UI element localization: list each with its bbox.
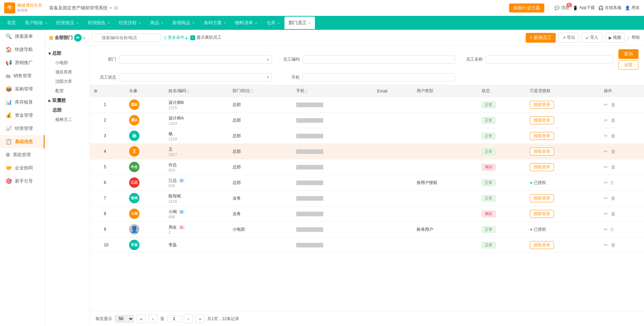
dept-item-project-room[interactable]: 项目库房 <box>45 68 90 77</box>
edit-btn[interactable]: ✏ <box>604 227 608 232</box>
tab-material[interactable]: 物料清单× <box>231 17 261 29</box>
delete-btn[interactable]: 🗑 <box>611 117 616 123</box>
help-label[interactable]: 帮助 <box>632 35 640 41</box>
edit-btn[interactable]: ✏ <box>604 180 608 185</box>
delete-btn[interactable]: 🗑 <box>611 149 616 154</box>
delete-btn[interactable]: 🗑 <box>611 164 616 170</box>
app-download-btn[interactable]: 📱 App下载 <box>573 5 595 11</box>
delete-btn[interactable]: 🗑 <box>611 242 616 248</box>
chevron-down-icon[interactable]: ▾ <box>110 6 112 10</box>
emp-status-select[interactable]: ▾ <box>119 73 272 81</box>
search-input[interactable] <box>92 34 161 42</box>
delete-btn[interactable]: 🗑 <box>611 133 616 139</box>
sidebar-item-quick-nav[interactable]: 🏠 快捷导航 <box>0 43 45 56</box>
import-btn[interactable]: ↙ 导入 <box>582 33 602 43</box>
tab-business-status[interactable]: 经营情况× <box>52 17 82 29</box>
more-filter-btn[interactable]: ▽ 更多条件 ▴ <box>164 35 188 41</box>
tab-close-customer[interactable]: × <box>45 21 47 25</box>
auth-login-btn[interactable]: 授权登录 <box>530 101 554 109</box>
tab-customer[interactable]: 客户联络× <box>21 17 51 29</box>
auth-login-btn[interactable]: 授权登录 <box>530 241 554 249</box>
edit-btn[interactable]: ✏ <box>604 211 608 217</box>
sidebar-item-guide[interactable]: 🎯 新手引导 <box>0 175 45 188</box>
dept-item-shenyang[interactable]: 沈阳大库 <box>45 77 90 86</box>
emp-name-input[interactable] <box>486 55 613 64</box>
set-btn[interactable]: 设置 <box>618 60 638 70</box>
edit-btn[interactable]: ✏ <box>604 102 608 107</box>
tab-goods[interactable]: 商品× <box>146 17 167 29</box>
tab-close-barcode[interactable]: × <box>224 21 226 25</box>
settings-icon[interactable]: ⚙ <box>114 5 118 11</box>
dept-item-hq[interactable]: 总部 <box>45 105 90 115</box>
tab-home[interactable]: 首页 <box>3 17 20 29</box>
dept-select[interactable]: ▾ <box>119 55 272 64</box>
help-icon[interactable]: | <box>628 35 629 40</box>
message-btn[interactable]: 💬 消息 5 <box>554 5 569 11</box>
tab-close-material[interactable]: × <box>255 21 257 25</box>
dept-item-planting[interactable]: 植树王二 <box>45 115 90 124</box>
export-btn[interactable]: ↗ 导出 <box>559 33 579 43</box>
sidebar-item-purchase[interactable]: 📦 采购管理 <box>0 82 45 96</box>
col-name[interactable]: 姓名/编码 ▴▾ <box>166 85 230 97</box>
auth-login-btn[interactable]: 授权登录 <box>530 132 554 140</box>
edit-btn[interactable]: ✏ <box>604 149 608 154</box>
tab-staff[interactable]: 部门员工× <box>284 17 315 29</box>
show-resigned-checkbox[interactable] <box>190 35 195 40</box>
current-page-input[interactable] <box>167 315 181 322</box>
col-phone[interactable]: 手机 ▴▾ <box>293 85 374 97</box>
edit-btn[interactable]: ✏ <box>604 117 608 123</box>
collapse-sidebar-btn[interactable]: « <box>83 35 86 41</box>
sidebar-item-finance[interactable]: 💰 资金管理 <box>0 109 45 122</box>
edit-dept-btn[interactable]: ✏ <box>74 34 82 42</box>
copy-btn[interactable]: ⎘ <box>611 180 614 185</box>
edit-btn[interactable]: ✏ <box>604 133 608 139</box>
first-page-btn[interactable]: « <box>137 314 146 323</box>
tab-close-staff[interactable]: × <box>309 21 311 25</box>
try-industry-btn[interactable]: 体验行业方案 <box>509 3 544 12</box>
edit-btn[interactable]: ✏ <box>604 195 608 201</box>
delete-btn[interactable]: 🗑 <box>611 195 616 201</box>
tab-close-warehouse[interactable]: × <box>278 21 280 25</box>
prev-page-btn[interactable]: ‹ <box>148 314 157 323</box>
next-page-btn[interactable]: › <box>184 314 193 323</box>
sidebar-item-inventory[interactable]: 📊 库存核算 <box>0 96 45 109</box>
search-btn[interactable]: 查询 <box>618 49 638 59</box>
delete-btn[interactable]: 🗑 <box>611 211 616 217</box>
add-employee-btn[interactable]: + 新增员工 <box>526 33 556 43</box>
auth-login-btn[interactable]: 授权登录 <box>530 210 554 218</box>
edit-btn[interactable]: ✏ <box>604 242 608 248</box>
online-service-btn[interactable]: 🎧 在线客服 <box>598 5 622 11</box>
sidebar-item-sales[interactable]: 🛍 销售管理 <box>0 69 45 82</box>
sidebar-item-enterprise[interactable]: 🤝 企业协同 <box>0 161 45 175</box>
auth-login-btn[interactable]: 授权登录 <box>530 194 554 202</box>
delete-btn[interactable]: 🗑 <box>611 102 616 107</box>
per-page-select[interactable]: 50 100 200 <box>115 315 134 323</box>
dept-item-small-elec[interactable]: 小电部 <box>45 58 90 68</box>
tab-close-goods[interactable]: × <box>161 21 163 25</box>
col-settings[interactable]: ⚙ <box>90 85 101 97</box>
tab-warehouse[interactable]: 仓库× <box>262 17 284 29</box>
tab-close-profit[interactable]: × <box>108 21 110 25</box>
copy-btn[interactable]: ⎘ <box>611 227 614 232</box>
tab-bprocess[interactable]: 经营历程× <box>115 17 145 29</box>
auth-login-btn[interactable]: 授权登录 <box>530 163 554 171</box>
sidebar-item-system[interactable]: ⚙ 系统管理 <box>0 148 45 161</box>
show-resigned-toggle[interactable]: 显示离职员工 <box>190 35 221 41</box>
view-btn[interactable]: ▶ 视频 <box>605 33 625 43</box>
edit-btn[interactable]: ✏ <box>604 164 608 170</box>
phone-input[interactable] <box>302 73 455 81</box>
sidebar-item-basic-info[interactable]: 📋 基础信息 <box>0 135 45 148</box>
tab-add-goods[interactable]: 新增商品× <box>168 17 199 29</box>
auth-login-btn[interactable]: 授权登录 <box>530 116 554 124</box>
auth-login-btn[interactable]: 授权登录 <box>530 148 554 156</box>
emp-code-input[interactable] <box>302 55 455 64</box>
sidebar-item-operation[interactable]: 📈 经营管理 <box>0 122 45 135</box>
tab-close-bprocess[interactable]: × <box>139 21 141 25</box>
last-page-btn[interactable]: » <box>196 314 205 323</box>
sidebar-item-marketing[interactable]: 📢 营销推广 <box>0 56 45 69</box>
dept-item-headquarters[interactable]: ▾ 总部 <box>45 49 90 58</box>
col-dept[interactable]: 部门/职位 ▴▾ <box>230 85 294 97</box>
dept-item-double-dream[interactable]: ▸ 双麓想 <box>45 96 90 105</box>
tab-close-bstatus[interactable]: × <box>76 21 78 25</box>
user-menu-btn[interactable]: 👤 用友 <box>625 5 640 11</box>
